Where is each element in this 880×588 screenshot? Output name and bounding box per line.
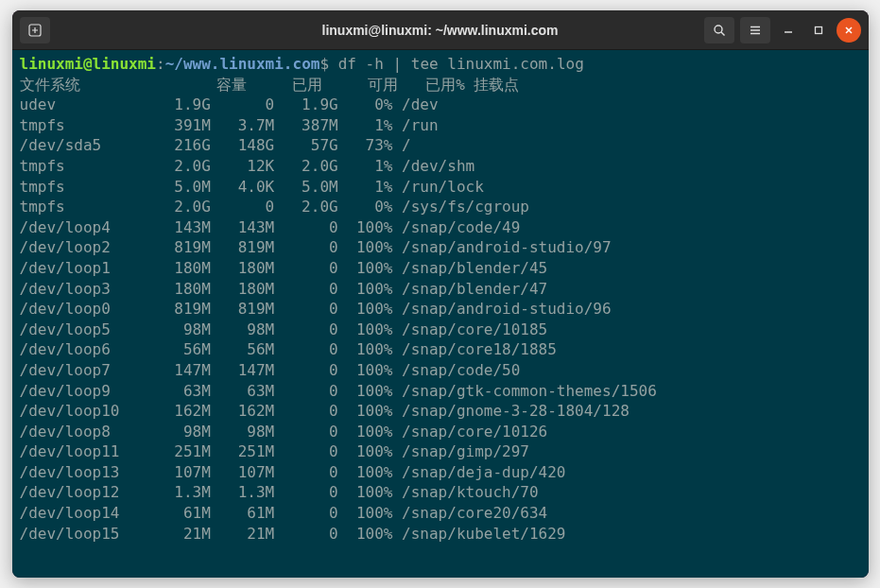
df-row: /dev/loop6 56M 56M 0 100% /snap/core18/1…: [20, 339, 861, 360]
df-row: tmpfs 5.0M 4.0K 5.0M 1% /run/lock: [20, 177, 861, 198]
titlebar: linuxmi@linuxmi: ~/www.linuxmi.com: [12, 10, 869, 50]
df-header: 文件系统 容量 已用 可用 已用% 挂载点: [20, 75, 861, 95]
command-text: df -h | tee linuxmi.com.log: [338, 55, 584, 73]
df-row: /dev/sda5 216G 148G 57G 73% /: [20, 135, 861, 156]
df-output: 文件系统 容量 已用 可用 已用% 挂载点udev 1.9G 0 1.9G 0%…: [20, 75, 861, 545]
new-tab-icon: [28, 24, 42, 37]
df-row: /dev/loop9 63M 63M 0 100% /snap/gtk-comm…: [20, 381, 861, 402]
df-row: /dev/loop3 180M 180M 0 100% /snap/blende…: [20, 279, 861, 300]
minimize-button[interactable]: [776, 18, 801, 43]
terminal-output[interactable]: linuxmi@linuxmi:~/www.linuxmi.com$ df -h…: [12, 50, 869, 578]
close-button[interactable]: [837, 18, 861, 43]
new-tab-button[interactable]: [20, 17, 50, 43]
df-row: /dev/loop10 162M 162M 0 100% /snap/gnome…: [20, 401, 861, 422]
df-row: /dev/loop5 98M 98M 0 100% /snap/core/101…: [20, 320, 861, 340]
hamburger-icon: [749, 24, 762, 37]
prompt-colon: :: [156, 55, 165, 73]
search-button[interactable]: [704, 17, 734, 43]
df-row: /dev/loop8 98M 98M 0 100% /snap/core/101…: [20, 422, 861, 442]
svg-rect-9: [815, 26, 821, 33]
maximize-button[interactable]: [806, 18, 831, 43]
svg-point-3: [715, 26, 722, 33]
terminal-window: linuxmi@linuxmi: ~/www.linuxmi.com: [12, 10, 869, 578]
df-row: tmpfs 391M 3.7M 387M 1% /run: [20, 115, 861, 136]
df-row: /dev/loop12 1.3M 1.3M 0 100% /snap/ktouc…: [20, 482, 861, 503]
prompt-line: linuxmi@linuxmi:~/www.linuxmi.com$ df -h…: [20, 54, 861, 75]
titlebar-left: [20, 17, 50, 43]
maximize-icon: [814, 26, 823, 35]
user-host: linuxmi@linuxmi: [20, 55, 157, 73]
df-row: /dev/loop0 819M 819M 0 100% /snap/androi…: [20, 299, 861, 320]
df-row: /dev/loop13 107M 107M 0 100% /snap/deja-…: [20, 462, 861, 483]
minimize-icon: [784, 26, 793, 35]
svg-line-4: [721, 32, 725, 36]
prompt-path: ~/www.linuxmi.com: [165, 55, 320, 73]
df-row: /dev/loop11 251M 251M 0 100% /snap/gimp/…: [20, 441, 861, 462]
df-row: tmpfs 2.0G 0 2.0G 0% /sys/fs/cgroup: [20, 197, 861, 217]
df-row: tmpfs 2.0G 12K 2.0G 1% /dev/shm: [20, 156, 861, 177]
df-row: udev 1.9G 0 1.9G 0% /dev: [20, 95, 861, 115]
menu-button[interactable]: [740, 17, 770, 43]
window-title: linuxmi@linuxmi: ~/www.linuxmi.com: [321, 23, 558, 38]
prompt-dollar: $: [319, 55, 329, 73]
df-row: /dev/loop14 61M 61M 0 100% /snap/core20/…: [20, 503, 861, 524]
df-row: /dev/loop15 21M 21M 0 100% /snap/kubelet…: [20, 524, 861, 545]
df-row: /dev/loop2 819M 819M 0 100% /snap/androi…: [20, 237, 861, 258]
df-row: /dev/loop4 143M 143M 0 100% /snap/code/4…: [20, 217, 861, 238]
search-icon: [713, 24, 726, 37]
titlebar-right: [704, 17, 861, 43]
close-icon: [844, 26, 854, 35]
df-row: /dev/loop1 180M 180M 0 100% /snap/blende…: [20, 258, 861, 279]
df-row: /dev/loop7 147M 147M 0 100% /snap/code/5…: [20, 360, 861, 381]
